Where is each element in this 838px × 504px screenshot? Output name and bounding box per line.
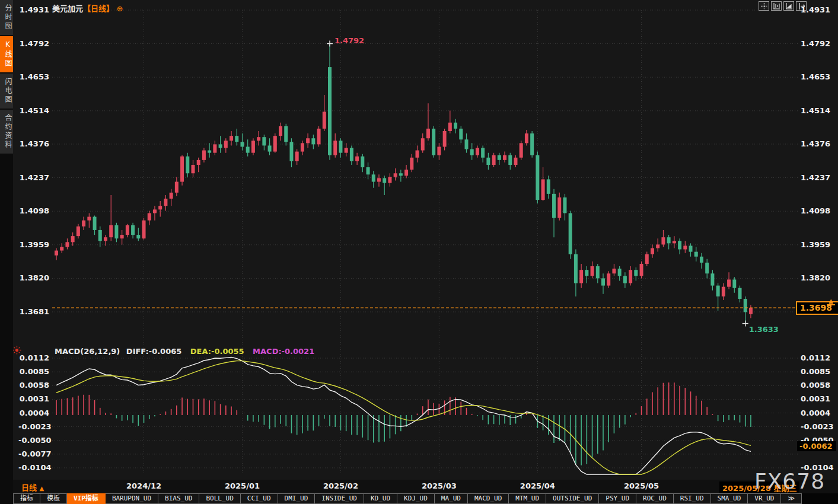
price-tick-left: 1.4237 [18, 173, 49, 183]
macd-tick-right: 0.0085 [801, 367, 831, 377]
time-axis-row: 日线 ▲ 2024/122025/012025/022025/032025/04… [13, 480, 838, 493]
fx678-watermark: FX678 [754, 469, 825, 493]
macd-diff-value: DIFF:-0.0065 [126, 347, 181, 356]
month-label: 2025/05 [620, 481, 663, 490]
chart-title: 美元加元【日线】 ⊕ [52, 2, 123, 14]
tab-指标[interactable]: 指标 [13, 493, 40, 504]
tab-BARUPDN_UD[interactable]: BARUPDN_UD [106, 493, 158, 504]
month-label: 2025/01 [221, 481, 263, 490]
period-tag: 【日线】 [83, 4, 114, 13]
macd-tick-left: 0.0085 [18, 367, 49, 377]
chart-toolbar [759, 1, 807, 11]
macd-tick-right: 0.0004 [801, 409, 831, 418]
tab-BIAS_UD[interactable]: BIAS_UD [158, 493, 199, 504]
sidebar-item-4[interactable]: 合约资料 [0, 110, 13, 154]
macd-tick-left: 0.0031 [18, 394, 49, 404]
price-tick-right: 1.4098 [801, 206, 831, 216]
left-sidebar: 分时图K线图闪电图合约资料 [0, 0, 13, 504]
month-label: 2025/04 [516, 481, 559, 490]
tab-INSIDE_UD[interactable]: INSIDE_UD [315, 493, 364, 504]
add-indicator-icon[interactable]: ⊕ [117, 4, 123, 13]
price-tick-left: 1.4792 [18, 39, 49, 49]
price-tick-right: 1.4376 [801, 139, 831, 149]
tab-CCI_UD[interactable]: CCI_UD [241, 493, 278, 504]
tab-≫[interactable]: ≫ [781, 493, 802, 504]
macd-macd-value: MACD:-0.0021 [253, 347, 314, 356]
price-tick-right: 1.3820 [801, 273, 831, 283]
price-tick-left: 1.3681 [18, 307, 49, 317]
sidebar-item-3[interactable]: 闪电图 [0, 74, 13, 109]
tab-SMA_UD[interactable]: SMA_UD [711, 493, 748, 504]
macd-tick-left: -0.0023 [18, 422, 49, 432]
macd-tick-left: 0.0004 [18, 409, 49, 418]
price-tick-left: 1.4098 [18, 206, 49, 216]
macd-tick-left: -0.0050 [18, 436, 49, 445]
macd-params: MACD(26,12,9) [55, 347, 120, 356]
month-label: 2025/03 [418, 481, 460, 490]
sidebar-item-1[interactable]: 分时图 [0, 0, 13, 35]
tab-MA_UD[interactable]: MA_UD [435, 493, 468, 504]
axis-candle-icon[interactable] [771, 1, 782, 11]
tab-KDJ_UD[interactable]: KDJ_UD [397, 493, 435, 504]
price-tick-right: 1.4931 [801, 5, 831, 15]
high-price-annotation: 1.4792 [334, 36, 364, 45]
tab-VIP指标[interactable]: VIP指标 [67, 493, 106, 504]
price-tick-left: 1.4931 [18, 5, 49, 15]
price-tick-right: 1.4792 [801, 39, 831, 49]
price-tick-right: 1.4653 [801, 72, 831, 82]
macd-current-badge: -0.0062 [797, 441, 836, 451]
symbol-name: 美元加元 [52, 4, 83, 13]
indicator-tab-bar: 指标模板VIP指标BARUPDN_UDBIAS_UDBOLL_UDCCI_UDD… [13, 493, 838, 504]
price-tick-left: 1.3820 [18, 273, 49, 283]
tab-KD_UD[interactable]: KD_UD [364, 493, 397, 504]
month-label: 2024/12 [123, 481, 165, 490]
low-price-annotation: 1.3633 [749, 325, 779, 334]
macd-readout: MACD(26,12,9) DIFF:-0.0065 DEA:-0.0055 M… [55, 347, 314, 356]
price-tick-left: 1.4514 [18, 106, 49, 116]
tab-OUTSIDE_UD[interactable]: OUTSIDE_UD [546, 493, 599, 504]
tab-模板[interactable]: 模板 [40, 493, 67, 504]
macd-tick-right: 0.0031 [801, 394, 831, 404]
period-label: 日线 [21, 483, 37, 492]
move-crosshair-icon[interactable] [759, 1, 769, 11]
tab-DMI_UD[interactable]: DMI_UD [278, 493, 316, 504]
tab-VR_UD[interactable]: VR_UD [748, 493, 781, 504]
period-selector[interactable]: 日线 ▲ [21, 481, 44, 493]
price-tick-right: 1.4514 [801, 106, 831, 116]
indicator-settings-icon[interactable] [12, 346, 21, 357]
price-tick-left: 1.4376 [18, 139, 49, 149]
macd-tick-left: -0.0104 [18, 463, 49, 473]
tab-BOLL_UD[interactable]: BOLL_UD [199, 493, 240, 504]
month-label: 2025/02 [319, 481, 362, 490]
price-tick-right: 1.4237 [801, 173, 831, 183]
sidebar-item-2[interactable]: K线图 [0, 36, 13, 72]
price-tick-left: 1.4653 [18, 72, 49, 82]
tab-PSY_UD[interactable]: PSY_UD [599, 493, 636, 504]
macd-tick-right: 0.0058 [801, 381, 831, 390]
tab-MTM_UD[interactable]: MTM_UD [509, 493, 546, 504]
chevron-up-icon: ▲ [40, 485, 44, 492]
macd-tick-left: 0.0112 [18, 353, 49, 363]
tab-RSI_UD[interactable]: RSI_UD [674, 493, 711, 504]
price-tick-right: 1.3959 [801, 240, 831, 250]
scroll-to-latest-icon[interactable]: ▲ [827, 298, 835, 305]
macd-tick-right: -0.0023 [801, 422, 831, 432]
axis-trend-icon[interactable] [783, 1, 794, 11]
tab-ROC_UD[interactable]: ROC_UD [636, 493, 674, 504]
macd-tick-left: 0.0058 [18, 381, 49, 390]
macd-tick-right: 0.0112 [801, 353, 831, 363]
macd-dea-value: DEA:-0.0055 [190, 347, 244, 356]
trading-app-window: 分时图K线图闪电图合约资料 美元加元【日线】 ⊕ 1.49311.49311.4… [0, 0, 838, 504]
price-tick-left: 1.3959 [18, 240, 49, 250]
candlestick-chart-canvas[interactable] [0, 0, 838, 504]
tab-MACD_UD[interactable]: MACD_UD [468, 493, 509, 504]
macd-tick-left: -0.0077 [18, 449, 49, 459]
